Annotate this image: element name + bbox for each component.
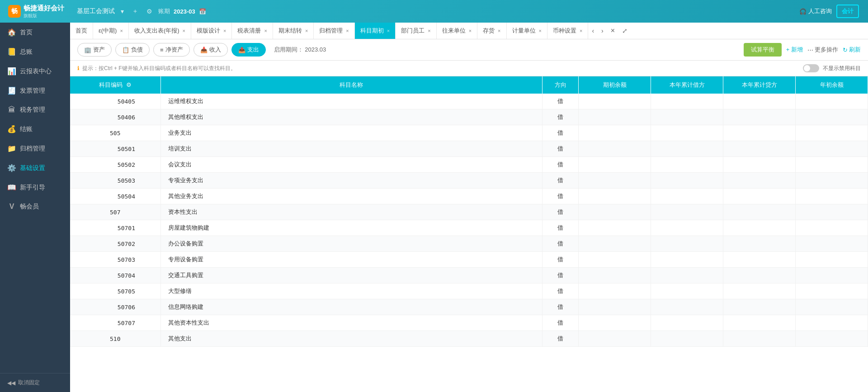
sidebar-item-tax[interactable]: 🏛 税务管理 [0,100,70,119]
tab-taxlist-close[interactable]: × [264,28,267,33]
cell-ytd-debit [651,236,723,252]
add-company-btn[interactable]: ＋ [130,6,141,16]
add-btn[interactable]: + 新增 [786,46,803,54]
tab-prev-btn[interactable]: ‹ [588,24,598,37]
support-btn[interactable]: 🎧 人工咨询 [799,7,832,15]
tab-contact-label: 往来单位 [442,27,466,35]
more-icon: ⋯ [807,47,813,53]
tab-close-all-btn[interactable]: × [607,24,618,38]
tab-next-btn[interactable]: › [598,24,607,37]
sidebar-label-invoice: 发票管理 [20,87,45,95]
col-settings-icon[interactable]: ⚙ [126,81,132,88]
tab-annual-close[interactable]: × [183,28,185,33]
table-row[interactable]: 50706 信息网络购建 借 [70,299,868,315]
table-row[interactable]: 50501 培训支出 借 [70,141,868,157]
table-row[interactable]: 50405 运维维权支出 借 [70,94,868,109]
tab-maximize-btn[interactable]: ⤢ [618,24,631,37]
sub-nav-right: 试算平衡 + 新增 ⋯ 更多操作 ↻ 刷新 [744,43,861,57]
account-btn[interactable]: 会计 [836,5,859,18]
tab-periodend-close[interactable]: × [305,28,308,33]
btn-equity[interactable]: ≡ 净资产 [153,43,190,57]
sidebar-item-guide[interactable]: 📖 新手引导 [0,178,70,197]
reports-icon: 📊 [7,67,16,76]
tab-template-close[interactable]: × [223,28,226,33]
cell-year-bal [796,173,868,189]
table-row[interactable]: 50705 大型修缮 借 [70,283,868,299]
sidebar-item-reports[interactable]: 📊 云报表中心 [0,61,70,81]
sidebar-item-settings[interactable]: ⚙️ 基础设置 [0,158,70,178]
tab-annual[interactable]: 收入支出表(年报) × [129,23,191,39]
tab-contact-close[interactable]: × [469,28,472,33]
table-row[interactable]: 50702 办公设备购置 借 [70,236,868,252]
cell-ytd-debit [651,252,723,268]
table-row[interactable]: 50502 会议支出 借 [70,157,868,173]
calc-balance-btn[interactable]: 试算平衡 [744,43,782,57]
cell-ytd-debit [651,315,723,331]
btn-income[interactable]: 📥 收入 [193,43,228,57]
table-row[interactable]: 50701 房屋建筑物购建 借 [70,220,868,236]
settings-icon[interactable]: ⚙ [144,7,155,16]
btn-liability[interactable]: 📋 负债 [115,43,150,57]
table-row[interactable]: 50707 其他资本性支出 借 [70,315,868,331]
cell-balance [579,157,651,173]
cell-year-bal [796,220,868,236]
tab-inventory-close[interactable]: × [498,28,500,33]
sidebar-item-invoice[interactable]: 🧾 发票管理 [0,81,70,100]
tab-taxlist[interactable]: 税表清册 × [232,23,273,39]
tab-dept-close[interactable]: × [428,28,430,33]
table-row[interactable]: 50704 交通工具购置 借 [70,268,868,283]
sidebar-item-home[interactable]: 🏠 首页 [0,23,70,42]
disabled-toggle[interactable] [803,64,819,72]
sidebar-label-archive: 归档管理 [20,145,45,153]
tab-periodend[interactable]: 期末结转 × [273,23,314,39]
table-row[interactable]: 507 资本性支出 借 [70,204,868,220]
sidebar-item-member[interactable]: V 畅会员 [0,197,70,216]
more-btn[interactable]: ⋯ 更多操作 [807,46,838,54]
tab-unit[interactable]: 计量单位 × [507,23,547,39]
tab-mid[interactable]: ε(中期) × [93,23,129,39]
tab-contact[interactable]: 往来单位 × [437,23,477,39]
cell-balance [579,189,651,204]
tab-mid-close[interactable]: × [120,28,123,33]
info-bar: ℹ 提示：按Ctrl + F键并输入科目编码或者科目名称可以查找科目。 不显示禁… [70,61,868,76]
cell-name: 信息网络购建 [160,299,542,315]
tab-subject[interactable]: 科目期初 × [355,23,396,39]
tab-dept[interactable]: 部门员工 × [396,23,436,39]
sidebar-item-settlement[interactable]: 💰 结账 [0,119,70,139]
home-icon: 🏠 [7,28,16,37]
table-row[interactable]: 510 其他支出 借 [70,331,868,347]
btn-asset[interactable]: 🏢 资产 [77,43,112,57]
cell-code: 50703 [70,252,160,268]
calendar-icon[interactable]: 📅 [199,8,206,15]
tab-inventory[interactable]: 存货 × [477,23,506,39]
cell-code: 50503 [70,173,160,189]
btn-asset-label: 资产 [93,46,105,54]
table-row[interactable]: 50406 其他维权支出 借 [70,109,868,125]
btn-expense[interactable]: 📤 支出 [231,43,266,57]
sidebar-pin-toggle[interactable]: ◀◀ 取消固定 [0,373,70,392]
sidebar-item-archive[interactable]: 📁 归档管理 [0,139,70,158]
cell-ytd-debit [651,204,723,220]
tab-currency[interactable]: 币种设置 × [547,23,588,39]
sidebar: 🏠 首页 📒 总账 📊 云报表中心 🧾 发票管理 🏛 税务管理 💰 结账 📁 归… [0,23,70,392]
refresh-btn[interactable]: ↻ 刷新 [843,46,861,54]
tab-home[interactable]: 首页 [70,23,93,39]
table-row[interactable]: 50703 专用设备购置 借 [70,252,868,268]
cell-dir: 借 [542,173,579,189]
cell-year-bal [796,236,868,252]
th-ytd-debit: 本年累计借方 [651,76,723,94]
tab-filing[interactable]: 归档管理 × [314,23,354,39]
cell-ytd-credit [723,283,796,299]
cell-ytd-debit [651,94,723,109]
table-row[interactable]: 50504 其他业务支出 借 [70,189,868,204]
table-row[interactable]: 505 业务支出 借 [70,125,868,141]
sidebar-item-ledger[interactable]: 📒 总账 [0,42,70,61]
cell-ytd-debit [651,299,723,315]
tab-template[interactable]: 模版设计 × [191,23,232,39]
company-dropdown-btn[interactable]: ▾ [118,7,126,16]
tab-currency-close[interactable]: × [580,28,582,33]
tab-filing-close[interactable]: × [346,28,349,33]
table-row[interactable]: 50503 专项业务支出 借 [70,173,868,189]
tab-unit-close[interactable]: × [539,28,542,33]
tab-subject-close[interactable]: × [387,28,390,33]
